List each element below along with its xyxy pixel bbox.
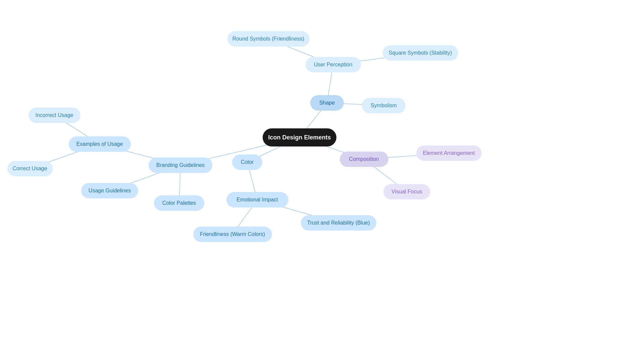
node-element-arrangement[interactable]: Element Arrangement — [416, 145, 482, 161]
node-incorrect-usage[interactable]: Incorrect Usage — [29, 108, 80, 123]
node-symbolism[interactable]: Symbolism — [362, 98, 406, 113]
node-user-perception[interactable]: User Perception — [306, 57, 361, 72]
node-emotional-impact[interactable]: Emotional Impact — [226, 192, 288, 207]
node-usage-guidelines[interactable]: Usage Guidelines — [81, 183, 138, 198]
node-square-symbols[interactable]: Square Symbols (Stability) — [383, 45, 458, 61]
node-composition[interactable]: Composition — [340, 152, 388, 167]
node-center[interactable]: Icon Design Elements — [263, 128, 336, 146]
node-color-palettes[interactable]: Color Palettes — [154, 195, 204, 211]
node-branding-guidelines[interactable]: Branding Guidelines — [149, 158, 212, 173]
node-shape[interactable]: Shape — [310, 95, 344, 111]
node-visual-focus[interactable]: Visual Focus — [383, 184, 430, 199]
node-examples-of-usage[interactable]: Examples of Usage — [69, 136, 131, 152]
node-friendliness-warm[interactable]: Friendliness (Warm Colors) — [193, 227, 272, 242]
node-round-symbols[interactable]: Round Symbols (Friendliness) — [227, 31, 310, 47]
node-correct-usage[interactable]: Correct Usage — [7, 161, 53, 176]
node-trust-reliability[interactable]: Trust and Reliability (Blue) — [301, 215, 376, 231]
node-color[interactable]: Color — [232, 155, 262, 170]
